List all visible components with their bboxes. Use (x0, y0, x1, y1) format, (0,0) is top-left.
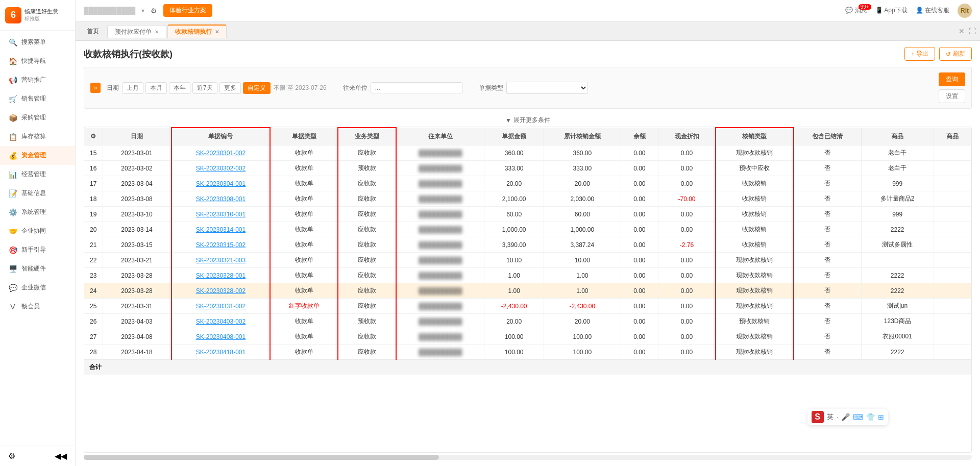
col-settled-header[interactable]: 包含已结清 (794, 128, 861, 145)
tab-home[interactable]: 首页 (80, 25, 106, 38)
refresh-icon: ↺ (946, 51, 951, 58)
filter-this-month[interactable]: 本月 (145, 82, 167, 94)
sidebar-item-inventory[interactable]: 📋 库存核算 (0, 127, 75, 146)
sidebar-item-guide[interactable]: 🎯 新手引导 (0, 240, 75, 259)
sidebar-item-purchase[interactable]: 📦 采购管理 (0, 108, 75, 127)
sidebar-item-system[interactable]: ⚙️ 系统管理 (0, 203, 75, 222)
sidebar-item-marketing[interactable]: 📢 营销推广 (0, 70, 75, 89)
cell-billno[interactable]: SK-20230301-002 (172, 145, 271, 161)
tab-close-prepay[interactable]: ✕ (155, 29, 159, 35)
sidebar-item-search[interactable]: 🔍 搜索菜单 (0, 33, 75, 52)
cell-no: 16 (84, 161, 103, 176)
cell-billno[interactable]: SK-20230302-002 (172, 161, 271, 176)
app-download[interactable]: 📱 App下载 (875, 6, 908, 15)
cell-billno[interactable]: SK-20230310-001 (172, 207, 271, 222)
expand-more-bar[interactable]: ▼ 展开更多条件 (84, 114, 972, 127)
refresh-button[interactable]: ↺ 刷新 (939, 47, 972, 61)
sidebar-item-enterprise[interactable]: 🤝 企业协同 (0, 222, 75, 240)
filter-expand-button[interactable]: » (90, 83, 101, 93)
message-badge[interactable]: 💬 消息 99+ (845, 6, 867, 15)
filter-partner-input[interactable] (371, 82, 462, 93)
col-settings-header[interactable]: ⚙ (84, 128, 103, 145)
col-cashdiscount-header[interactable]: 现金折扣 (658, 128, 716, 145)
purchase-icon: 📦 (8, 114, 17, 122)
col-balance-header[interactable]: 余额 (621, 128, 658, 145)
col-goods2-header[interactable]: 商品 (934, 128, 971, 145)
cell-billno[interactable]: SK-20230328-001 (172, 268, 271, 283)
cell-billno[interactable]: SK-20230314-001 (172, 222, 271, 237)
topbar-chevron-icon[interactable]: ▾ (141, 7, 144, 14)
scrollbar-thumb[interactable] (84, 455, 439, 460)
online-service[interactable]: 👤 在线客服 (916, 6, 949, 15)
cell-hextype: 现款收款核销 (716, 283, 794, 299)
col-billno-header[interactable]: 单据编号 (172, 128, 271, 145)
col-amount-header[interactable]: 单据金额 (484, 128, 544, 145)
cell-billno[interactable]: SK-20230331-002 (172, 299, 271, 314)
cell-cashdiscount: 0.00 (658, 207, 716, 222)
tab-expand-icon[interactable]: ⛶ (969, 27, 976, 35)
filter-more[interactable]: 更多 (219, 82, 241, 94)
tab-close-all-icon[interactable]: ✕ (959, 27, 965, 35)
cell-billno[interactable]: SK-20230315-002 (172, 237, 271, 253)
wechat-icon: 💬 (8, 284, 17, 292)
topbar-gear-icon[interactable]: ⚙ (151, 7, 157, 15)
query-button[interactable]: 查询 (939, 72, 965, 86)
sidebar-settings-icon[interactable]: ⚙ (8, 451, 15, 461)
cell-amount: -2,430.00 (484, 299, 544, 314)
table-row: 17 2023-03-04 SK-20230304-001 收款单 应收款 ██… (84, 176, 971, 191)
cell-balance: 0.00 (621, 314, 658, 329)
cell-amount: 10.00 (484, 253, 544, 268)
sidebar-item-basic[interactable]: 📝 基础信息 (0, 184, 75, 203)
solution-button[interactable]: 体验行业方案 (163, 4, 212, 17)
cell-billno[interactable]: SK-20230304-001 (172, 176, 271, 191)
cell-settled: 否 (794, 176, 861, 191)
tab-close-writeoff[interactable]: ✕ (215, 29, 219, 35)
sidebar-item-smarthw[interactable]: 🖥️ 智能硬件 (0, 259, 75, 278)
cell-no: 22 (84, 253, 103, 268)
cell-goods2 (934, 253, 971, 268)
col-biztype-header[interactable]: 业务类型 (338, 128, 396, 145)
cell-amount: 360.00 (484, 145, 544, 161)
filter-custom[interactable]: 自定义 (243, 82, 271, 94)
filter-this-year[interactable]: 本年 (169, 82, 190, 94)
filter-7days[interactable]: 近7天 (192, 82, 217, 94)
cell-writeoff: -2,430.00 (544, 299, 621, 314)
user-avatar[interactable]: Rit (958, 4, 972, 18)
cell-billno[interactable]: SK-20230328-002 (172, 283, 271, 299)
export-button[interactable]: ↑ 导出 (904, 47, 935, 61)
sidebar-item-finance[interactable]: 💰 资金管理 (0, 146, 75, 165)
col-writeoff-header[interactable]: 累计核销金额 (544, 128, 621, 145)
cell-billno[interactable]: SK-20230418-001 (172, 345, 271, 360)
tab-prepay[interactable]: 预付款应付单 ✕ (107, 25, 166, 38)
cell-partner: ██████████ (396, 283, 484, 299)
horizontal-scrollbar[interactable] (84, 455, 972, 460)
tab-collection-writeoff[interactable]: 收款核销执行 ✕ (167, 24, 227, 38)
cell-billno[interactable]: SK-20230408-001 (172, 329, 271, 345)
col-goods1-header[interactable]: 商品 (861, 128, 934, 145)
filter-last-month[interactable]: 上月 (122, 82, 143, 94)
sidebar-collapse-icon[interactable]: ◀◀ (55, 451, 67, 461)
cell-amount: 3,390.00 (484, 237, 544, 253)
cell-billno[interactable]: SK-20230321-003 (172, 253, 271, 268)
settings-button[interactable]: 设置 (939, 89, 965, 103)
cell-cashdiscount: 0.00 (658, 176, 716, 191)
prepay-tab-label: 预付款应付单 (115, 28, 152, 36)
filter-billtype-select[interactable] (506, 82, 588, 94)
sidebar-item-operations[interactable]: 📊 经营管理 (0, 165, 75, 184)
sidebar-item-member[interactable]: V 畅会员 (0, 297, 75, 316)
smarthw-icon: 🖥️ (8, 265, 17, 273)
sidebar-item-quicknav[interactable]: 🏠 快捷导航 (0, 52, 75, 70)
col-date-header[interactable]: 日期 (103, 128, 172, 145)
col-billtype-header[interactable]: 单据类型 (270, 128, 338, 145)
cell-balance: 0.00 (621, 145, 658, 161)
cell-billno[interactable]: SK-20230308-001 (172, 191, 271, 207)
cell-billno[interactable]: SK-20230403-002 (172, 314, 271, 329)
sidebar-item-sales[interactable]: 🛒 销售管理 (0, 89, 75, 108)
sidebar-item-wechat[interactable]: 💬 企业微信 (0, 278, 75, 297)
cell-balance: 0.00 (621, 345, 658, 360)
col-partner-header[interactable]: 往来单位 (396, 128, 484, 145)
cell-settled: 否 (794, 253, 861, 268)
cell-settled: 否 (794, 191, 861, 207)
cell-goods1: 2222 (861, 222, 934, 237)
col-hextype-header[interactable]: 核销类型 (716, 128, 794, 145)
